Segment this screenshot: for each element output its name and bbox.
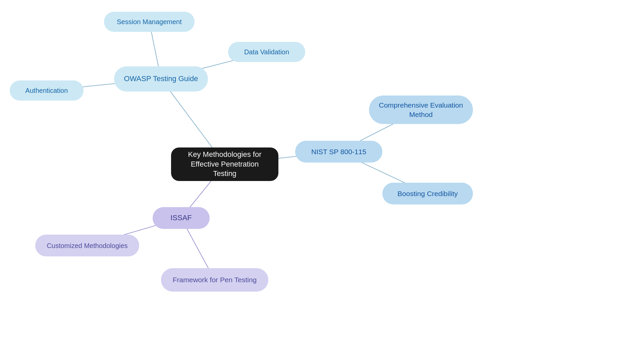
issaf-label: ISSAF [170,213,192,223]
center-label: Key Methodologies for Effective Penetrat… [179,150,270,179]
owasp-node: OWASP Testing Guide [114,66,208,92]
comprehensive-label: Comprehensive Evaluation Method [379,101,463,119]
owasp-label: OWASP Testing Guide [124,74,198,84]
customized-methodologies-label: Customized Methodologies [47,241,127,250]
data-validation-label: Data Validation [244,48,289,56]
authentication-label: Authentication [25,86,68,95]
data-validation-node: Data Validation [228,42,305,62]
framework-pen-testing-node: Framework for Pen Testing [161,268,268,292]
nist-node: NIST SP 800-115 [295,141,382,163]
framework-pen-testing-label: Framework for Pen Testing [173,275,257,284]
customized-methodologies-node: Customized Methodologies [35,235,139,256]
boosting-credibility-node: Boosting Credibility [382,183,473,204]
authentication-node: Authentication [10,80,84,101]
session-management-node: Session Management [104,12,195,32]
session-management-label: Session Management [117,17,181,26]
issaf-node: ISSAF [153,207,210,229]
nist-label: NIST SP 800-115 [311,147,366,156]
center-node: Key Methodologies for Effective Penetrat… [171,147,278,181]
boosting-credibility-label: Boosting Credibility [397,189,458,198]
comprehensive-node: Comprehensive Evaluation Method [369,96,473,124]
